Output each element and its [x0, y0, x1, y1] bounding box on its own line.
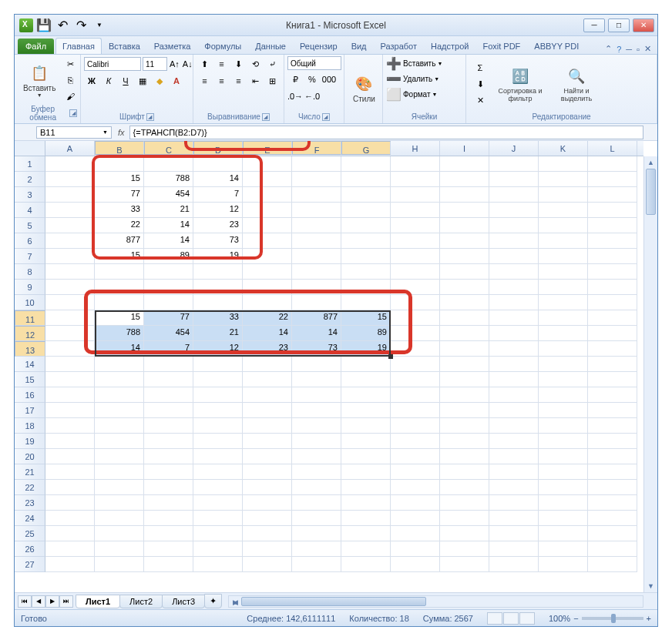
- cell[interactable]: [243, 449, 292, 464]
- cell[interactable]: [588, 480, 637, 495]
- clear-button[interactable]: ✕: [472, 92, 488, 108]
- cell[interactable]: [292, 511, 341, 526]
- decrease-indent-button[interactable]: ⇤: [248, 73, 264, 89]
- cell[interactable]: 14: [243, 326, 292, 341]
- cell[interactable]: 877: [95, 233, 144, 249]
- cell[interactable]: [95, 511, 144, 526]
- column-header[interactable]: K: [539, 141, 588, 156]
- sheet-tab-3[interactable]: Лист3: [162, 595, 205, 608]
- cell[interactable]: [588, 264, 637, 280]
- tab-layout[interactable]: Разметка: [147, 38, 198, 54]
- cell[interactable]: [243, 511, 292, 526]
- cell[interactable]: [539, 156, 588, 172]
- cell[interactable]: [391, 310, 440, 326]
- cell[interactable]: [45, 403, 95, 418]
- font-dialog-launcher[interactable]: ◢: [146, 113, 154, 121]
- cells-format-button[interactable]: ⬜Формат▼: [386, 87, 462, 102]
- cell[interactable]: [95, 541, 144, 557]
- cell[interactable]: [341, 249, 391, 264]
- clipboard-dialog-launcher[interactable]: ◢: [69, 109, 77, 117]
- cell[interactable]: [45, 357, 95, 372]
- increase-decimal-button[interactable]: .0→: [287, 89, 303, 104]
- cell[interactable]: [144, 295, 193, 310]
- cell[interactable]: [391, 480, 440, 495]
- cell[interactable]: [45, 387, 95, 403]
- cell[interactable]: [341, 187, 391, 203]
- cell[interactable]: [95, 464, 144, 480]
- copy-button[interactable]: ⎘: [62, 72, 78, 88]
- cell[interactable]: [243, 172, 292, 187]
- cell[interactable]: [45, 541, 95, 557]
- cell[interactable]: [144, 526, 193, 541]
- cell[interactable]: [391, 357, 440, 372]
- cell[interactable]: [489, 557, 539, 572]
- minimize-button[interactable]: ─: [583, 18, 605, 32]
- cell[interactable]: [341, 372, 391, 387]
- align-bottom-button[interactable]: ⬇: [231, 56, 247, 72]
- cell[interactable]: [95, 387, 144, 403]
- sort-filter-button[interactable]: 🔠 Сортировка и фильтр: [492, 63, 548, 105]
- cell[interactable]: [391, 203, 440, 218]
- cell[interactable]: [440, 526, 489, 541]
- cell[interactable]: [45, 280, 95, 295]
- cell[interactable]: [341, 541, 391, 557]
- tab-home[interactable]: Главная: [55, 38, 102, 54]
- cell[interactable]: [45, 218, 95, 233]
- cell[interactable]: [193, 511, 243, 526]
- cell[interactable]: [45, 341, 95, 357]
- cell[interactable]: [489, 326, 539, 341]
- cell[interactable]: 22: [95, 218, 144, 233]
- cell[interactable]: [588, 203, 637, 218]
- cell[interactable]: [45, 511, 95, 526]
- cell[interactable]: [341, 557, 391, 572]
- cell[interactable]: [539, 495, 588, 511]
- cell[interactable]: [489, 511, 539, 526]
- cell[interactable]: [45, 526, 95, 541]
- row-header[interactable]: 4: [15, 203, 45, 218]
- cell[interactable]: [243, 541, 292, 557]
- cell[interactable]: [588, 295, 637, 310]
- cell[interactable]: [440, 295, 489, 310]
- cell[interactable]: [539, 403, 588, 418]
- cell[interactable]: [243, 480, 292, 495]
- cell[interactable]: [292, 557, 341, 572]
- cell[interactable]: 788: [144, 172, 193, 187]
- orientation-button[interactable]: ⟲: [248, 56, 264, 72]
- cell[interactable]: [539, 249, 588, 264]
- cell[interactable]: [391, 557, 440, 572]
- cell[interactable]: [243, 526, 292, 541]
- align-middle-button[interactable]: ≡: [214, 56, 230, 72]
- cell[interactable]: [489, 218, 539, 233]
- cell[interactable]: [489, 372, 539, 387]
- row-header[interactable]: 16: [15, 387, 45, 403]
- cell[interactable]: [144, 418, 193, 434]
- cell[interactable]: 33: [95, 203, 144, 218]
- cells-insert-button[interactable]: ➕Вставить▼: [386, 56, 462, 71]
- cell[interactable]: 89: [341, 326, 391, 341]
- cell[interactable]: [391, 541, 440, 557]
- cell[interactable]: [440, 418, 489, 434]
- cell[interactable]: [391, 187, 440, 203]
- cell[interactable]: [243, 203, 292, 218]
- new-sheet-button[interactable]: ✦: [204, 594, 222, 608]
- cell[interactable]: 19: [193, 249, 243, 264]
- cell[interactable]: [292, 541, 341, 557]
- cell[interactable]: [440, 387, 489, 403]
- cell[interactable]: [440, 187, 489, 203]
- cell[interactable]: 14: [144, 218, 193, 233]
- tab-view[interactable]: Вид: [344, 38, 374, 54]
- cell[interactable]: [193, 403, 243, 418]
- cell[interactable]: [440, 557, 489, 572]
- qat-dropdown[interactable]: ▼: [92, 18, 107, 33]
- cell[interactable]: [45, 295, 95, 310]
- cell[interactable]: [292, 526, 341, 541]
- column-header[interactable]: H: [391, 141, 440, 156]
- cell[interactable]: [193, 557, 243, 572]
- horizontal-scrollbar[interactable]: ◀ ▶: [228, 595, 643, 608]
- cell[interactable]: [539, 310, 588, 326]
- cell[interactable]: [489, 172, 539, 187]
- cell[interactable]: [144, 403, 193, 418]
- cell[interactable]: [391, 172, 440, 187]
- cell[interactable]: [588, 280, 637, 295]
- tab-addins[interactable]: Надстрой: [424, 38, 475, 54]
